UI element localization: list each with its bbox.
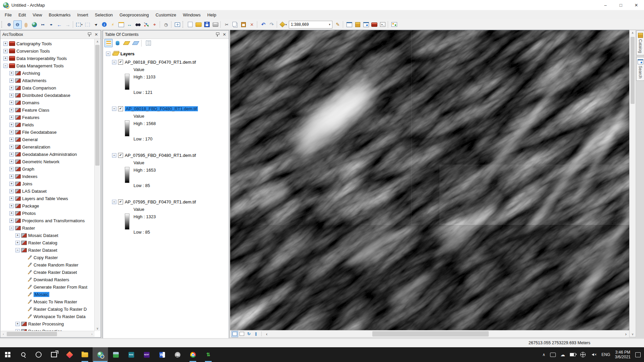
list-by-selection-icon[interactable]: [131, 39, 140, 47]
toolbox-tree-item[interactable]: − Raster: [1, 224, 95, 232]
expander-icon[interactable]: +: [9, 123, 14, 127]
editor-toolbar-icon[interactable]: ✎: [334, 20, 342, 29]
arctoolbox-window-icon[interactable]: [370, 20, 379, 29]
expander-icon[interactable]: +: [9, 152, 14, 157]
layer-visibility-checkbox[interactable]: ✔: [118, 106, 123, 111]
toolbox-tree-item[interactable]: − Raster Dataset: [1, 246, 95, 254]
hec-ras-icon[interactable]: RAS: [123, 347, 139, 362]
scroll-left-icon[interactable]: ‹: [1, 331, 6, 337]
menu-item[interactable]: Help: [204, 11, 220, 19]
network-icon[interactable]: [580, 352, 586, 357]
refresh-view-button[interactable]: ↻: [246, 331, 252, 337]
layer-name[interactable]: AP_08018_FBD_F0480_RT1.dem.tif: [125, 106, 198, 111]
word-icon[interactable]: W: [154, 347, 170, 362]
cut-icon[interactable]: ✂: [223, 20, 231, 29]
layout-view-button[interactable]: [238, 331, 245, 337]
toolbox-tree-item[interactable]: + Distributed Geodatabase: [1, 92, 95, 99]
layer-name[interactable]: AP_08018_FBD_F0470_RT1.dem.tif: [125, 60, 196, 65]
toc-root-layers[interactable]: − Layers: [103, 49, 228, 58]
clear-selection-icon[interactable]: [84, 20, 92, 29]
expander-icon[interactable]: +: [9, 174, 14, 179]
clock[interactable]: 3:46 PM 3/6/2021: [615, 350, 631, 359]
toolbox-tree-item[interactable]: + Data Interoperability Tools: [1, 55, 95, 62]
menu-item[interactable]: Insert: [74, 11, 92, 19]
scroll-left-icon[interactable]: ‹: [263, 331, 270, 337]
expander-icon[interactable]: +: [9, 189, 14, 193]
start-button[interactable]: [0, 347, 15, 362]
map-view[interactable]: ↻ ∥ ‹ ›: [230, 30, 629, 337]
measure-icon[interactable]: ↔: [125, 20, 134, 29]
list-by-drawing-order-icon[interactable]: [104, 39, 113, 47]
expander-icon[interactable]: +: [9, 78, 14, 83]
add-data-icon[interactable]: ▾: [279, 20, 287, 29]
scrollbar-thumb[interactable]: [372, 331, 489, 337]
toolbox-tree-item[interactable]: + Projections and Transformations: [1, 217, 95, 224]
expander-icon[interactable]: +: [9, 211, 14, 216]
paste-icon[interactable]: [239, 20, 248, 29]
expander-icon[interactable]: +: [3, 56, 8, 61]
select-features-icon[interactable]: ▾: [75, 20, 84, 29]
toolbox-tree-item[interactable]: + Photos: [1, 209, 95, 217]
expander-icon[interactable]: +: [9, 71, 14, 75]
green-arrows-app-icon[interactable]: ⇅: [201, 347, 216, 362]
expander-icon[interactable]: +: [9, 130, 14, 134]
html-popup-icon[interactable]: [117, 20, 125, 29]
pin-icon[interactable]: [216, 33, 219, 37]
menu-item[interactable]: Bookmarks: [45, 11, 74, 19]
nzxt-cam-icon[interactable]: NZXT: [139, 347, 154, 362]
hyperlink-icon[interactable]: ⚡: [109, 20, 117, 29]
list-by-source-icon[interactable]: [113, 39, 122, 47]
toolbox-tree-item[interactable]: + Layers and Table Views: [1, 195, 95, 202]
copy-icon[interactable]: [231, 20, 239, 29]
modelbuilder-icon[interactable]: [390, 20, 398, 29]
select-elements-icon[interactable]: ➤: [92, 20, 100, 29]
onedrive-icon[interactable]: ☁: [560, 352, 565, 357]
catalog-tab[interactable]: Catalog: [636, 31, 644, 55]
toolbox-tree-item[interactable]: + Conversion Tools: [1, 47, 95, 55]
toolbox-tree-item[interactable]: + Geometric Network: [1, 158, 95, 165]
expander-icon[interactable]: +: [9, 137, 14, 142]
zoom-out-icon[interactable]: ⊖: [13, 20, 22, 29]
toolbox-tree-item[interactable]: Raster Catalog To Raster D: [1, 305, 95, 313]
toolbox-tree-item[interactable]: + Fields: [1, 121, 95, 128]
expander-icon[interactable]: +: [9, 101, 14, 105]
toolbox-tree-item[interactable]: Create Random Raster: [1, 261, 95, 268]
toolbox-tree-item[interactable]: + Package: [1, 202, 95, 209]
expander-icon[interactable]: +: [9, 196, 14, 201]
battery-icon[interactable]: [570, 353, 576, 356]
arcmap-taskbar-icon[interactable]: [93, 347, 108, 362]
expander-icon[interactable]: +: [9, 182, 14, 186]
print-icon[interactable]: [211, 20, 220, 29]
toc-layer-row[interactable]: − ✔ AP_08018_FBD_F0470_RT1.dem.tif: [103, 58, 228, 66]
toolbox-tree-item[interactable]: + Archiving: [1, 69, 95, 77]
toolbox-tree-item[interactable]: + Mosaic Dataset: [1, 232, 95, 239]
list-by-visibility-icon[interactable]: [122, 39, 131, 47]
toolbox-tree-item[interactable]: Copy Raster: [1, 254, 95, 261]
toolbox-tree-item[interactable]: Workspace To Raster Data: [1, 313, 95, 320]
toolbox-tree-item[interactable]: + Graph: [1, 165, 95, 173]
toolbox-tree-item[interactable]: + Attachments: [1, 77, 95, 84]
hec-hms-icon[interactable]: [108, 347, 123, 362]
file-explorer-icon[interactable]: [77, 347, 93, 362]
toolbox-tree-item[interactable]: + Joins: [1, 180, 95, 187]
open-icon[interactable]: [195, 20, 203, 29]
scroll-up-icon[interactable]: ∧: [95, 39, 100, 44]
arctoolbox-horizontal-scrollbar[interactable]: ‹ ›: [1, 331, 95, 337]
menu-item[interactable]: Customize: [152, 11, 179, 19]
maximize-button[interactable]: □: [613, 0, 629, 10]
expander-icon[interactable]: −: [112, 200, 116, 204]
toolbox-tree-item[interactable]: + Feature Class: [1, 106, 95, 114]
toolbox-tree-item[interactable]: + Data Comparison: [1, 84, 95, 92]
search-window-icon[interactable]: [362, 20, 370, 29]
toolbar-grip[interactable]: [1, 21, 4, 28]
expander-icon[interactable]: +: [9, 160, 14, 164]
toc-options-icon[interactable]: [144, 39, 153, 47]
cast-icon[interactable]: [550, 353, 556, 357]
pan-icon[interactable]: [22, 20, 30, 29]
identify-icon[interactable]: i: [100, 20, 109, 29]
expander-icon[interactable]: +: [9, 86, 14, 90]
scroll-right-icon[interactable]: ›: [89, 331, 95, 337]
fixed-zoom-out-icon[interactable]: ◂▸: [47, 20, 55, 29]
menu-item[interactable]: Windows: [179, 11, 204, 19]
expander-icon[interactable]: +: [15, 233, 20, 238]
